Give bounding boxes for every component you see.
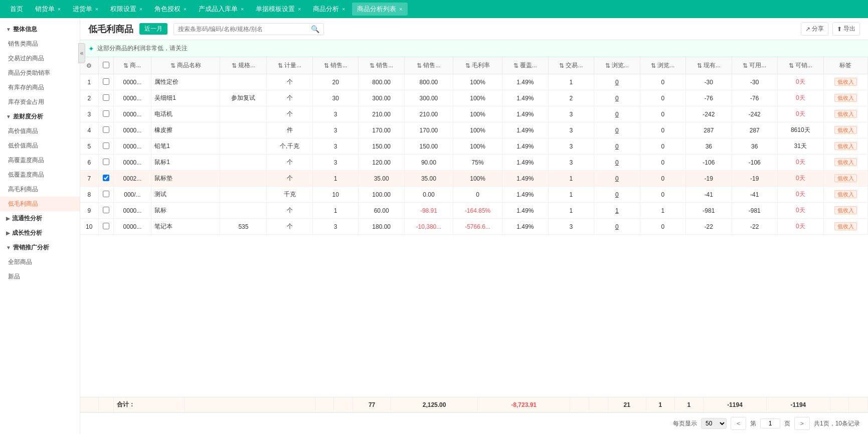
share-button[interactable]: ↗ 分享 <box>801 22 828 36</box>
nav-roles-close[interactable]: × <box>184 6 187 12</box>
row-select-checkbox[interactable] <box>103 94 109 101</box>
nav-goods-analysis-list-close[interactable]: × <box>399 6 402 12</box>
row-select-checkbox[interactable] <box>103 110 109 117</box>
row-tag[interactable]: 低收入 <box>823 155 867 171</box>
views1-link[interactable]: 0 <box>615 79 619 86</box>
nav-template-close[interactable]: × <box>298 6 301 12</box>
row-select-checkbox[interactable] <box>103 78 109 85</box>
row-tag[interactable]: 低收入 <box>823 203 867 219</box>
sidebar-item-traded-goods[interactable]: 交易过的商品 <box>0 51 80 66</box>
row-views1[interactable]: 0 <box>594 74 640 90</box>
sidebar-group-value-analysis[interactable]: ▼ 差财度分析 <box>0 109 80 124</box>
sidebar-group-overall[interactable]: ▼ 整体信息 <box>0 22 80 37</box>
row-name[interactable]: 电话机 <box>151 106 220 122</box>
row-select-checkbox[interactable] <box>103 191 109 197</box>
code-col-header[interactable]: ⇅商... <box>113 57 151 74</box>
nav-roles[interactable]: 角色授权 × <box>149 3 192 16</box>
nav-permissions[interactable]: 权限设置 × <box>105 3 147 16</box>
spec-col-header[interactable]: ⇅规格... <box>220 57 267 74</box>
views1-link[interactable]: 0 <box>615 111 619 118</box>
row-checkbox[interactable] <box>98 122 113 138</box>
row-tag[interactable]: 低收入 <box>823 90 867 106</box>
sidebar-item-inventory-capital[interactable]: 库存资金占用 <box>0 95 80 109</box>
sales-profit-col-header[interactable]: ⇅销售... <box>404 57 453 74</box>
sidebar-group-marketing[interactable]: ▼ 营销推广分析 <box>0 240 80 255</box>
row-name[interactable]: 测试 <box>151 187 220 203</box>
nav-template[interactable]: 单据模板设置 × <box>251 3 306 16</box>
row-name[interactable]: 鼠标垫 <box>151 171 220 187</box>
sales-qty-col-header[interactable]: ⇅销售... <box>312 57 358 74</box>
row-tag[interactable]: 低收入 <box>823 171 867 187</box>
sidebar-item-sales-goods[interactable]: 销售类商品 <box>0 37 80 51</box>
views2-col-header[interactable]: ⇅浏览... <box>640 57 685 74</box>
gross-margin-col-header[interactable]: ⇅毛利率 <box>453 57 502 74</box>
search-input[interactable] <box>178 26 309 33</box>
row-checkbox[interactable] <box>98 171 113 187</box>
available-col-header[interactable]: ⇅可用... <box>732 57 777 74</box>
row-select-checkbox[interactable] <box>103 223 109 229</box>
nav-goods-analysis[interactable]: 商品分析 × <box>308 3 350 16</box>
row-select-checkbox[interactable] <box>103 159 109 165</box>
prev-page-button[interactable]: ＜ <box>731 417 746 430</box>
views1-link[interactable]: 0 <box>615 191 619 198</box>
sidebar-item-new-goods[interactable]: 新品 <box>0 269 80 284</box>
row-checkbox[interactable] <box>98 74 113 90</box>
views1-link[interactable]: 0 <box>615 159 619 166</box>
views1-link[interactable]: 0 <box>615 223 619 230</box>
sidebar-collapse-button[interactable]: « <box>78 43 85 63</box>
row-name[interactable]: 鼠标 <box>151 203 220 219</box>
nav-product-entry[interactable]: 产成品入库单 × <box>194 3 249 16</box>
row-tag[interactable]: 低收入 <box>823 122 867 138</box>
nav-purchase-close[interactable]: × <box>95 6 98 12</box>
row-select-checkbox[interactable] <box>103 207 109 213</box>
row-name[interactable]: 吴细细1 <box>151 90 220 106</box>
nav-purchase[interactable]: 进货单 × <box>68 3 103 16</box>
views1-link[interactable]: 0 <box>615 127 619 134</box>
nav-sales-close[interactable]: × <box>58 6 61 12</box>
views1-link[interactable]: 0 <box>615 95 619 102</box>
sidebar-item-low-coverage[interactable]: 低覆盖度商品 <box>0 168 80 182</box>
select-all-checkbox[interactable] <box>103 62 109 68</box>
sidebar-item-all-goods[interactable]: 全部商品 <box>0 255 80 269</box>
row-views1[interactable]: 0 <box>594 187 640 203</box>
row-views1[interactable]: 0 <box>594 155 640 171</box>
row-views1[interactable]: 1 <box>594 203 640 219</box>
views1-link[interactable]: 0 <box>615 143 619 150</box>
nav-sales[interactable]: 销货单 × <box>30 3 66 16</box>
row-tag[interactable]: 低收入 <box>823 138 867 155</box>
row-select-checkbox[interactable] <box>103 175 109 181</box>
sidebar-item-category-sales-rate[interactable]: 商品分类助销率 <box>0 66 80 80</box>
sidebar-item-stocked-goods[interactable]: 有库存的商品 <box>0 80 80 95</box>
row-select-checkbox[interactable] <box>103 126 109 133</box>
sales-price-col-header[interactable]: ⇅销售... <box>359 57 404 74</box>
sidebar-item-high-value[interactable]: 高价值商品 <box>0 124 80 138</box>
row-tag[interactable]: 低收入 <box>823 74 867 90</box>
coverage-col-header[interactable]: ⇅覆盖... <box>502 57 548 74</box>
views1-col-header[interactable]: ⇅浏览... <box>594 57 640 74</box>
page-number-input[interactable] <box>760 418 780 428</box>
row-checkbox[interactable] <box>98 90 113 106</box>
per-page-select[interactable]: 50 100 200 <box>701 418 727 429</box>
sidebar-item-low-value[interactable]: 低价值商品 <box>0 138 80 153</box>
row-checkbox[interactable] <box>98 219 113 235</box>
nav-home[interactable]: 首页 <box>5 3 28 16</box>
row-checkbox[interactable] <box>98 187 113 203</box>
sidebar-item-high-coverage[interactable]: 高覆盖度商品 <box>0 153 80 168</box>
row-name[interactable]: 铅笔1 <box>151 138 220 155</box>
row-checkbox[interactable] <box>98 155 113 171</box>
nav-product-entry-close[interactable]: × <box>241 6 244 12</box>
sidebar-item-high-margin[interactable]: 高毛利商品 <box>0 182 80 197</box>
views1-link[interactable]: 0 <box>615 175 619 182</box>
unit-col-header[interactable]: ⇅计量... <box>267 57 312 74</box>
sidebar-item-low-margin[interactable]: 低毛利商品 <box>0 197 80 211</box>
row-checkbox[interactable] <box>98 106 113 122</box>
sidebar-group-circulation[interactable]: ▶ 流通性分析 <box>0 211 80 226</box>
row-tag[interactable]: 低收入 <box>823 106 867 122</box>
row-checkbox[interactable] <box>98 203 113 219</box>
row-views1[interactable]: 0 <box>594 106 640 122</box>
row-checkbox[interactable] <box>98 138 113 155</box>
export-button[interactable]: ⬆ 导出 <box>832 22 860 36</box>
row-name[interactable]: 鼠标1 <box>151 155 220 171</box>
row-tag[interactable]: 低收入 <box>823 187 867 203</box>
row-select-checkbox[interactable] <box>103 142 109 149</box>
